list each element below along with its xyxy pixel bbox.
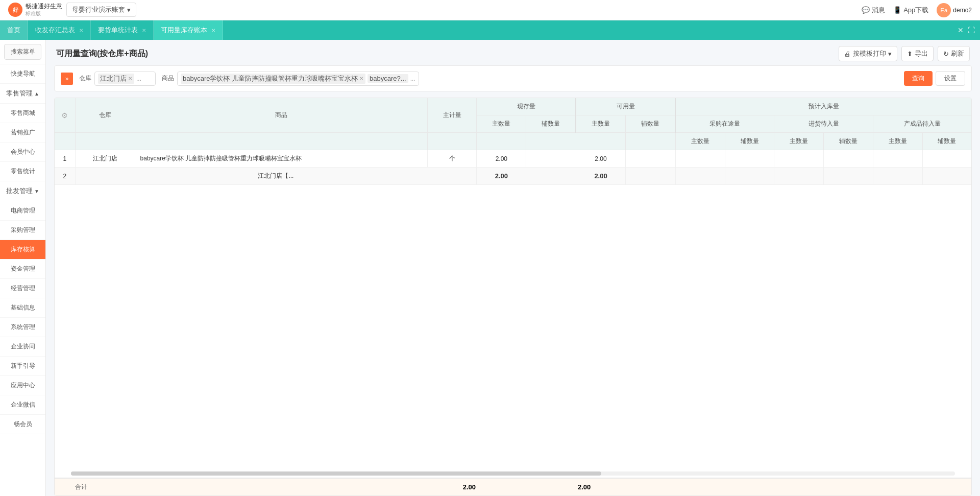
setting-btn[interactable]: 设置 — [936, 71, 965, 86]
refresh-btn[interactable]: ↻ 刷新 — [938, 46, 970, 61]
tab-receive-summary[interactable]: 收发存汇总表 ✕ — [28, 20, 91, 40]
subtotal-available-main: 2.00 — [576, 168, 626, 185]
export-btn[interactable]: ⬆ 导出 — [901, 46, 934, 61]
sidebar-item-vip-member[interactable]: 畅会员 — [0, 415, 45, 434]
cell-paw-main — [774, 150, 824, 168]
page-actions: 🖨 按模板打印 ▾ ⬆ 导出 ↻ 刷新 — [839, 46, 970, 61]
tab-available-ledger[interactable]: 可用量库存账本 ✕ — [154, 20, 223, 40]
chevron-down-icon: ▾ — [127, 6, 131, 14]
search-menu-btn[interactable]: 搜索菜单 — [4, 44, 41, 60]
sidebar-item-inventory-mgmt[interactable]: 库存核算 — [0, 240, 45, 259]
col-product: 商品 — [135, 98, 427, 133]
table-footer-scroll — [55, 469, 971, 478]
sidebar-item-enterprise-collab[interactable]: 企业协同 — [0, 337, 45, 357]
col-sub-product — [135, 133, 427, 150]
avatar: Ea — [937, 3, 951, 17]
print-template-btn[interactable]: 🖨 按模板打印 ▾ — [839, 46, 897, 61]
print-template-label: 按模板打印 — [853, 49, 886, 58]
industry-select[interactable]: 母婴行业演示账套 ▾ — [66, 3, 136, 17]
tab-close-receive-summary[interactable]: ✕ — [79, 28, 83, 33]
product-tag-1: babycare学饮杯 儿童防摔防撞吸管杯重力球吸嘴杯宝宝水杯 ✕ — [181, 74, 365, 84]
col-sub-warehouse — [75, 133, 135, 150]
sidebar-item-retail-stats[interactable]: 零售统计 — [0, 162, 45, 181]
warehouse-more[interactable]: ... — [136, 75, 141, 82]
product-tag-container[interactable]: babycare学饮杯 儿童防摔防撞吸管杯重力球吸嘴杯宝宝水杯 ✕ babyca… — [177, 72, 419, 86]
tab-home[interactable]: 首页 — [0, 20, 28, 40]
sidebar-item-system-mgmt[interactable]: 系统管理 — [0, 318, 45, 337]
cell-unit: 个 — [427, 150, 477, 168]
product-tag-2: babycare?... — [368, 74, 408, 83]
col-sub-aa — [626, 133, 676, 150]
warehouse-filter-field: 仓库 江北门店 ✕ ... — [79, 72, 156, 86]
username: demo2 — [953, 7, 972, 14]
cell-available-main: 2.00 — [576, 150, 626, 168]
subtotal-label: 江北门店【... — [75, 168, 477, 185]
filter-expand-btn[interactable]: » — [61, 73, 73, 85]
cell-product: babycare学饮杯 儿童防摔防撞吸管杯重力球吸嘴杯宝宝水杯 — [135, 150, 427, 168]
cell-available-aux — [626, 150, 676, 168]
sidebar-item-marketing[interactable]: 营销推广 — [0, 123, 45, 143]
top-bar: 好 畅捷通好生意 标准版 母婴行业演示账套 ▾ 💬 消息 📱 App下载 Ea … — [0, 0, 980, 20]
product-tag-1-remove-btn[interactable]: ✕ — [359, 76, 363, 81]
col-sub-cm — [477, 133, 526, 150]
tab-expand-btn[interactable]: ⛶ — [968, 26, 975, 34]
available-ledger-tab-label: 可用量库存账本 — [161, 26, 207, 35]
chevron-down-icon: ▼ — [34, 188, 39, 194]
sidebar-item-app-center[interactable]: 应用中心 — [0, 376, 45, 395]
app-download-btn[interactable]: 📱 App下载 — [893, 6, 928, 15]
refresh-label: 刷新 — [951, 49, 964, 58]
warehouse-tag-remove-btn[interactable]: ✕ — [128, 76, 132, 81]
cell-pit-aux — [725, 150, 774, 168]
cell-proa-main — [873, 150, 922, 168]
table-footer: 合计 2.00 2.00 — [55, 478, 971, 495]
cell-index: 1 — [55, 150, 75, 168]
col-available-main: 主数量 — [576, 115, 626, 133]
warehouse-tag-container[interactable]: 江北门店 ✕ ... — [94, 72, 156, 86]
subtotal-paw-aux — [824, 168, 873, 185]
product-more[interactable]: ... — [410, 75, 415, 82]
sidebar-item-finance-mgmt[interactable]: 资金管理 — [0, 259, 45, 279]
scrollbar-thumb[interactable] — [71, 471, 601, 476]
sidebar-item-retail-mall[interactable]: 零售商城 — [0, 104, 45, 123]
footer-available-main: 2.00 — [578, 483, 591, 491]
subtotal-index: 2 — [55, 168, 75, 185]
tab-close-order-summary[interactable]: ✕ — [142, 28, 146, 33]
product-tag-1-text: babycare学饮杯 儿童防摔防撞吸管杯重力球吸嘴杯宝宝水杯 — [183, 74, 358, 83]
col-purchase-awaiting-group: 进货待入量 — [774, 115, 873, 133]
page-header: 可用量查询(按仓库+商品) 🖨 按模板打印 ▾ ⬆ 导出 ↻ 刷新 — [46, 40, 980, 65]
col-purchase-in-transit-group: 采购在途量 — [675, 115, 774, 133]
tab-close-available-ledger[interactable]: ✕ — [211, 28, 215, 33]
warehouse-label: 仓库 — [79, 74, 91, 83]
subtotal-available-aux — [626, 168, 676, 185]
user-area[interactable]: Ea demo2 — [937, 3, 972, 17]
col-sub-index — [55, 133, 75, 150]
sidebar: 搜索菜单 快捷导航 零售管理 ▲ 零售商城 营销推广 会员中心 零售统计 批发管… — [0, 40, 46, 496]
col-current-main: 主数量 — [477, 115, 526, 133]
col-sub-pita: 辅数量 — [725, 133, 774, 150]
message-btn[interactable]: 💬 消息 — [862, 6, 885, 15]
tab-close-all-btn[interactable]: ✕ — [958, 26, 964, 34]
filter-actions: 查询 设置 — [904, 71, 965, 86]
sidebar-item-retail-mgmt[interactable]: 零售管理 ▲ — [0, 84, 45, 104]
sidebar-item-basic-info[interactable]: 基础信息 — [0, 298, 45, 318]
col-sub-proaa: 辅数量 — [922, 133, 971, 150]
subtotal-pit-aux — [725, 168, 774, 185]
logo-sub: 标准版 — [26, 10, 62, 17]
filter-area: » 仓库 江北门店 ✕ ... 商品 babycare学饮杯 儿童防摔防撞吸管杯… — [54, 65, 972, 91]
sidebar-item-ecommerce-mgmt[interactable]: 电商管理 — [0, 201, 45, 221]
order-summary-tab-label: 要货单统计表 — [98, 26, 138, 35]
sidebar-item-wholesale-mgmt[interactable]: 批发管理 ▼ — [0, 181, 45, 201]
top-bar-left: 好 畅捷通好生意 标准版 母婴行业演示账套 ▾ — [8, 3, 136, 17]
sidebar-item-enterprise-wechat[interactable]: 企业微信 — [0, 395, 45, 415]
subtotal-proa-main — [873, 168, 922, 185]
tab-order-summary[interactable]: 要货单统计表 ✕ — [91, 20, 154, 40]
sidebar-item-quick-nav[interactable]: 快捷导航 — [0, 64, 45, 84]
sidebar-item-new-guide[interactable]: 新手引导 — [0, 357, 45, 376]
col-main-unit: 主计量 — [427, 98, 477, 133]
cell-current-main: 2.00 — [477, 150, 526, 168]
sidebar-item-member-center[interactable]: 会员中心 — [0, 143, 45, 162]
horizontal-scrollbar[interactable] — [71, 471, 955, 476]
query-btn[interactable]: 查询 — [904, 71, 933, 86]
sidebar-item-purchase-mgmt[interactable]: 采购管理 — [0, 221, 45, 240]
sidebar-item-operations-mgmt[interactable]: 经营管理 — [0, 279, 45, 298]
